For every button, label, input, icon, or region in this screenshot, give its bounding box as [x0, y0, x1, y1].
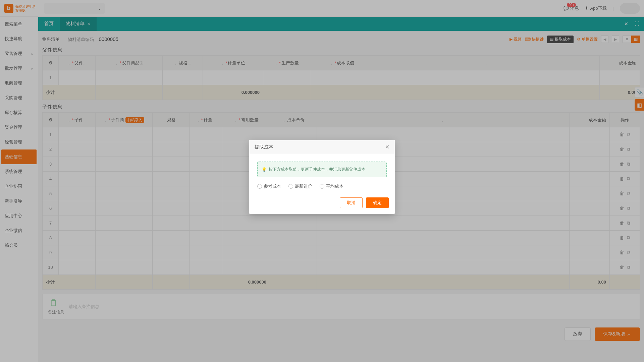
- modal-header: 提取成本 ✕: [249, 140, 395, 154]
- radio-latest-price[interactable]: 最新进价: [288, 183, 312, 189]
- radio-icon: [288, 184, 293, 189]
- modal-hint-text: 按下方成本取值，更新子件成本，并汇总更新父件成本: [269, 167, 365, 172]
- extract-cost-dialog: 提取成本 ✕ 💡 按下方成本取值，更新子件成本，并汇总更新父件成本 参考成本 最…: [249, 140, 395, 214]
- ok-button[interactable]: 确定: [366, 197, 389, 208]
- radio-avg-cost[interactable]: 平均成本: [320, 183, 343, 189]
- modal-overlay[interactable]: 提取成本 ✕ 💡 按下方成本取值，更新子件成本，并汇总更新父件成本 参考成本 最…: [0, 0, 644, 362]
- radio-icon: [257, 184, 262, 189]
- lightbulb-icon: 💡: [262, 167, 267, 172]
- close-icon[interactable]: ✕: [385, 144, 389, 150]
- modal-footer: 取消 确定: [249, 193, 395, 214]
- cost-option-group: 参考成本 最新进价 平均成本: [257, 183, 387, 189]
- radio-ref-cost[interactable]: 参考成本: [257, 183, 281, 189]
- modal-title: 提取成本: [255, 144, 273, 150]
- modal-hint: 💡 按下方成本取值，更新子件成本，并汇总更新父件成本: [257, 162, 387, 177]
- cancel-button[interactable]: 取消: [340, 197, 363, 208]
- radio-icon: [320, 184, 324, 189]
